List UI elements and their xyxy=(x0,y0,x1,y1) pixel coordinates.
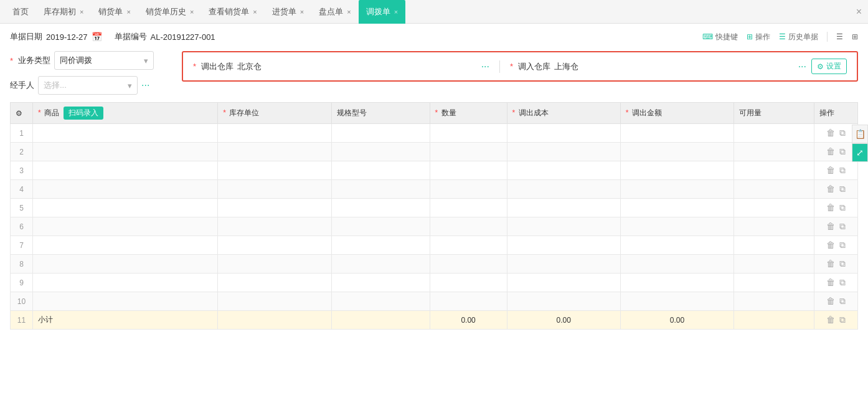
amount-cell-4[interactable] xyxy=(620,180,734,199)
product-cell-1[interactable] xyxy=(33,124,218,143)
qty-cell-9[interactable] xyxy=(430,274,507,292)
qty-cell-2[interactable] xyxy=(430,143,507,161)
cost-cell-5[interactable] xyxy=(507,199,620,217)
wh-in-more-icon[interactable]: ··· xyxy=(798,61,806,72)
close-sales-order[interactable]: × xyxy=(126,8,130,16)
handler-select[interactable]: 选择... ▾ xyxy=(38,76,138,95)
qty-cell-5[interactable] xyxy=(430,199,507,217)
close-transfer[interactable]: × xyxy=(394,8,398,16)
available-cell-2[interactable] xyxy=(734,143,814,161)
unit-cell-3[interactable] xyxy=(218,161,331,180)
wh-out-more-icon[interactable]: ··· xyxy=(481,61,489,72)
unit-cell-7[interactable] xyxy=(218,236,331,255)
product-cell-9[interactable] xyxy=(33,274,218,292)
cost-cell-6[interactable] xyxy=(507,217,620,236)
business-type-select[interactable]: 同价调拨 ▾ xyxy=(54,51,154,70)
product-cell-6[interactable] xyxy=(33,217,218,236)
amount-cell-5[interactable] xyxy=(620,199,734,217)
spec-cell-5[interactable] xyxy=(331,199,430,217)
copy-icon-4[interactable]: ⧉ xyxy=(839,184,846,194)
spec-cell-3[interactable] xyxy=(331,161,430,180)
delete-icon-10[interactable]: 🗑 xyxy=(826,296,835,306)
tab-inventory-init[interactable]: 库存期初 × xyxy=(36,0,91,24)
close-purchase-order[interactable]: × xyxy=(300,8,304,16)
qty-cell-4[interactable] xyxy=(430,180,507,199)
product-cell-2[interactable] xyxy=(33,143,218,161)
unit-cell-5[interactable] xyxy=(218,199,331,217)
th-gear[interactable]: ⚙ xyxy=(11,103,33,124)
spec-cell-8[interactable] xyxy=(331,255,430,274)
spec-cell-1[interactable] xyxy=(331,124,430,143)
tab-transfer[interactable]: 调拨单 × xyxy=(359,0,405,24)
copy-icon-8[interactable]: ⧉ xyxy=(839,259,846,269)
amount-cell-2[interactable] xyxy=(620,143,734,161)
unit-cell-1[interactable] xyxy=(218,124,331,143)
close-inventory-init[interactable]: × xyxy=(80,8,83,16)
tab-sales-history[interactable]: 销货单历史 × xyxy=(138,0,201,24)
unit-cell-10[interactable] xyxy=(218,292,331,311)
cost-cell-3[interactable] xyxy=(507,161,620,180)
close-sales-history[interactable]: × xyxy=(190,8,194,16)
delete-icon-5[interactable]: 🗑 xyxy=(826,202,835,212)
close-view-sales[interactable]: × xyxy=(253,8,257,16)
available-cell-10[interactable] xyxy=(734,292,814,311)
spec-cell-10[interactable] xyxy=(331,292,430,311)
unit-cell-4[interactable] xyxy=(218,180,331,199)
unit-cell-8[interactable] xyxy=(218,255,331,274)
delete-icon-3[interactable]: 🗑 xyxy=(826,165,835,175)
global-close-button[interactable]: × xyxy=(856,6,862,17)
cost-cell-8[interactable] xyxy=(507,255,620,274)
delete-icon-11[interactable]: 🗑 xyxy=(826,315,835,325)
qty-cell-7[interactable] xyxy=(430,236,507,255)
tab-sales-order[interactable]: 销货单 × xyxy=(91,0,138,24)
qty-cell-3[interactable] xyxy=(430,161,507,180)
cost-cell-2[interactable] xyxy=(507,143,620,161)
cost-cell-7[interactable] xyxy=(507,236,620,255)
unit-cell-2[interactable] xyxy=(218,143,331,161)
scan-button[interactable]: 扫码录入 xyxy=(64,107,103,120)
copy-icon-11[interactable]: ⧉ xyxy=(839,315,846,325)
spec-cell-9[interactable] xyxy=(331,274,430,292)
unit-cell-9[interactable] xyxy=(218,274,331,292)
float-doc-button[interactable]: 📋 xyxy=(852,125,868,143)
handler-more-icon[interactable]: ··· xyxy=(141,80,149,91)
spec-cell-6[interactable] xyxy=(331,217,430,236)
copy-icon-9[interactable]: ⧉ xyxy=(839,277,846,288)
delete-icon-7[interactable]: 🗑 xyxy=(826,240,835,250)
spec-cell-4[interactable] xyxy=(331,180,430,199)
amount-cell-1[interactable] xyxy=(620,124,734,143)
unit-cell-6[interactable] xyxy=(218,217,331,236)
delete-icon-1[interactable]: 🗑 xyxy=(826,128,835,138)
history-button[interactable]: ☰ 历史单据 xyxy=(779,32,818,42)
qty-cell-10[interactable] xyxy=(430,292,507,311)
available-cell-4[interactable] xyxy=(734,180,814,199)
available-cell-3[interactable] xyxy=(734,161,814,180)
float-expand-button[interactable]: ⤢ xyxy=(852,143,868,162)
cost-cell-10[interactable] xyxy=(507,292,620,311)
amount-cell-10[interactable] xyxy=(620,292,734,311)
spec-cell-2[interactable] xyxy=(331,143,430,161)
available-cell-6[interactable] xyxy=(734,217,814,236)
cost-cell-4[interactable] xyxy=(507,180,620,199)
settings-button[interactable]: ⚙ 设置 xyxy=(811,59,847,74)
amount-cell-8[interactable] xyxy=(620,255,734,274)
operation-button[interactable]: ⊞ 操作 xyxy=(747,32,770,42)
delete-icon-4[interactable]: 🗑 xyxy=(826,184,835,194)
qty-cell-6[interactable] xyxy=(430,217,507,236)
available-cell-8[interactable] xyxy=(734,255,814,274)
delete-icon-8[interactable]: 🗑 xyxy=(826,259,835,269)
available-cell-1[interactable] xyxy=(734,124,814,143)
shortcut-button[interactable]: ⌨ 快捷键 xyxy=(702,32,738,42)
copy-icon-5[interactable]: ⧉ xyxy=(839,202,846,213)
product-cell-10[interactable] xyxy=(33,292,218,311)
delete-icon-9[interactable]: 🗑 xyxy=(826,277,835,287)
available-cell-5[interactable] xyxy=(734,199,814,217)
product-cell-8[interactable] xyxy=(33,255,218,274)
tab-home[interactable]: 首页 xyxy=(5,0,36,24)
available-cell-9[interactable] xyxy=(734,274,814,292)
product-cell-5[interactable] xyxy=(33,199,218,217)
copy-icon-7[interactable]: ⧉ xyxy=(839,240,846,250)
amount-cell-9[interactable] xyxy=(620,274,734,292)
product-cell-4[interactable] xyxy=(33,180,218,199)
calendar-icon[interactable]: 📅 xyxy=(92,32,102,42)
